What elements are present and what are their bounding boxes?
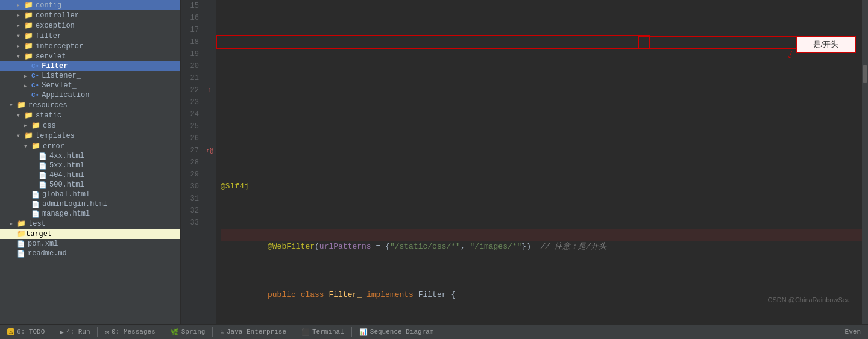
item-label: exception: [36, 22, 75, 30]
arrow-icon: [17, 12, 24, 19]
html-icon: 📄: [39, 162, 47, 170]
sidebar-item-admin-login[interactable]: 📄 adminLogin.html: [0, 199, 180, 209]
todo-badge: ⚠: [7, 328, 14, 335]
html-icon: 📄: [31, 210, 40, 218]
code-line-20: public class Filter_ implements Filter {: [221, 277, 862, 289]
sep3: [163, 327, 163, 337]
statusbar-messages-label: 0: Messages: [112, 328, 156, 335]
java-enterprise-icon: ☕: [220, 328, 224, 336]
java-icon: C•: [31, 82, 39, 89]
status-bar: ⚠ 6: TODO ▶ 4: Run ✉ 0: Messages 🌿 Sprin…: [0, 324, 868, 339]
folder-icon: 📁: [31, 142, 40, 151]
folder-icon: 📁: [24, 1, 33, 10]
java-icon: C•: [31, 72, 39, 79]
statusbar-spring-label: Spring: [181, 328, 206, 335]
folder-icon: 📁: [24, 31, 33, 40]
sidebar-item-servlet[interactable]: 📁 servlet: [0, 51, 180, 61]
statusbar-java-enterprise-label: Java Enterprise: [227, 328, 286, 335]
sep1: [52, 327, 52, 337]
scrollbar-thumb[interactable]: [863, 65, 867, 83]
spring-icon: 🌿: [171, 328, 179, 336]
sidebar-item-readme[interactable]: 📄 readme.md: [0, 249, 180, 258]
sidebar-item-css[interactable]: 📁 css: [0, 120, 180, 131]
sidebar-item-resources[interactable]: 📁 resources: [0, 100, 180, 110]
sidebar-item-controller[interactable]: 📁 controller: [0, 10, 180, 20]
item-label: servlet: [36, 52, 66, 61]
arrow-icon: [17, 53, 24, 60]
sequence-icon: 📊: [359, 328, 368, 336]
sep6: [351, 327, 352, 337]
item-label: readme.md: [28, 249, 67, 258]
vertical-scrollbar[interactable]: [862, 0, 868, 324]
statusbar-run[interactable]: ▶ 4: Run: [55, 325, 95, 339]
sidebar-item-404[interactable]: 📄 404.html: [0, 170, 180, 180]
sidebar-item-static[interactable]: 📁 static: [0, 110, 180, 120]
sidebar-item-exception[interactable]: 📁 exception: [0, 20, 180, 31]
item-label: filter: [36, 32, 61, 40]
sidebar-item-templates[interactable]: 📁 templates: [0, 131, 180, 141]
sidebar-item-5xx[interactable]: 📄 5xx.html: [0, 161, 180, 170]
item-label: 5xx.html: [49, 161, 84, 170]
code-line-15: [221, 36, 862, 48]
item-label: test: [28, 220, 46, 228]
line-numbers: 15 16 17 18 19 20 21 22 23 24 25 26 27 2…: [181, 0, 204, 324]
sidebar-item-filter-class[interactable]: C• Filter_: [0, 61, 180, 71]
item-label: manage.html: [42, 210, 90, 218]
html-icon: 📄: [31, 201, 40, 208]
item-label: Servlet_: [42, 81, 77, 90]
sidebar-item-interceptor[interactable]: 📁 interceptor: [0, 41, 180, 51]
statusbar-java-enterprise[interactable]: ☕ Java Enterprise: [215, 325, 291, 339]
arrow-icon: [24, 73, 31, 79]
watermark-text: CSDN @ChinaRainbowSea: [767, 294, 850, 306]
sep2: [97, 327, 98, 337]
statusbar-sequence[interactable]: 📊 Sequence Diagram: [354, 325, 439, 339]
item-label: 500.html: [49, 181, 84, 189]
sidebar-item-listener[interactable]: C• Listener_: [0, 71, 180, 81]
sidebar-item-servlet-class[interactable]: C• Servlet_: [0, 81, 180, 90]
java-icon: C•: [31, 92, 39, 99]
code-content: 15 16 17 18 19 20 21 22 23 24 25 26 27 2…: [181, 0, 868, 324]
item-label: Application: [42, 91, 89, 99]
statusbar-sequence-label: Sequence Diagram: [370, 328, 434, 335]
item-label: interceptor: [36, 42, 83, 51]
folder-icon: 📁: [17, 229, 26, 238]
item-label: css: [43, 122, 56, 130]
statusbar-todo[interactable]: ⚠ 6: TODO: [2, 325, 49, 339]
statusbar-terminal[interactable]: ⬛ Terminal: [297, 325, 349, 339]
sidebar-item-config[interactable]: 📁 config: [0, 0, 180, 10]
sidebar-item-target[interactable]: 📁 target: [0, 229, 180, 239]
item-label: pom.xml: [28, 240, 58, 248]
code-line-19: @WebFilter(urlPatterns = {"/static/css/*…: [221, 229, 862, 241]
arrow-icon: [17, 43, 24, 49]
statusbar-even-label: Even: [845, 328, 861, 335]
sidebar-item-manage[interactable]: 📄 manage.html: [0, 209, 180, 219]
sidebar-item-global[interactable]: 📄 global.html: [0, 190, 180, 199]
item-label: controller: [36, 11, 79, 20]
item-label: templates: [36, 132, 75, 140]
statusbar-messages[interactable]: ✉ 0: Messages: [100, 325, 160, 339]
sidebar-item-500[interactable]: 📄 500.html: [0, 180, 180, 190]
code-lines[interactable]: @Slf4j @WebFilter(urlPatterns = {"/stati…: [216, 0, 862, 324]
code-line-16: [221, 84, 862, 96]
sidebar-item-application[interactable]: C• Application: [0, 90, 180, 100]
statusbar-terminal-label: Terminal: [312, 328, 344, 335]
java-icon: C•: [31, 63, 39, 70]
statusbar-run-label: 4: Run: [66, 328, 90, 335]
sidebar-item-pom[interactable]: 📄 pom.xml: [0, 239, 180, 249]
item-label: Filter_: [42, 62, 72, 70]
file-tree: 📁 config 📁 controller 📁 exception 📁 filt…: [0, 0, 181, 324]
folder-icon: 📁: [17, 101, 26, 110]
item-label: static: [36, 111, 61, 120]
sidebar-item-error[interactable]: 📁 error: [0, 141, 180, 151]
arrow-icon: [24, 143, 31, 149]
arrow-icon: [24, 122, 31, 129]
sidebar-item-4xx[interactable]: 📄 4xx.html: [0, 151, 180, 161]
html-icon: 📄: [39, 172, 47, 179]
arrow-icon: [10, 102, 17, 108]
sidebar-item-filter[interactable]: 📁 filter: [0, 31, 180, 41]
xml-icon: 📄: [17, 240, 25, 248]
sidebar-item-test[interactable]: 📁 test: [0, 219, 180, 229]
statusbar-even[interactable]: Even: [840, 325, 866, 339]
arrow-icon: [17, 132, 24, 139]
statusbar-spring[interactable]: 🌿 Spring: [166, 325, 210, 339]
